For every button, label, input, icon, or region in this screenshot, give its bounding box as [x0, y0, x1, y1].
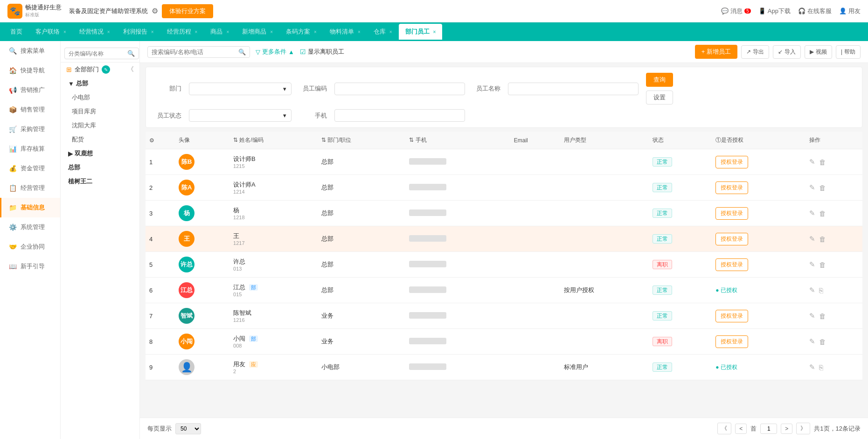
export-button[interactable]: ↗ 导出 [741, 45, 769, 59]
sidebar-item-sales[interactable]: 📦 销售管理 [0, 100, 60, 119]
delete-icon[interactable]: 🗑 [819, 235, 826, 243]
more-filter-button[interactable]: ▽ 更多条件 ▲ [256, 48, 294, 56]
sidebar-item-collab[interactable]: 🤝 企业协同 [0, 237, 60, 257]
dept-search-icon[interactable]: 🔍 [127, 50, 135, 57]
close-icon[interactable]: × [270, 29, 273, 35]
delete-icon[interactable]: 🗑 [819, 312, 826, 320]
tab-bom[interactable]: 物料清单 × [323, 24, 367, 40]
authorize-button[interactable]: 授权登录 [715, 335, 748, 348]
sidebar-item-finance[interactable]: 💰 资金管理 [0, 159, 60, 178]
edit-icon[interactable]: ✎ [809, 260, 815, 269]
close-icon[interactable]: × [433, 29, 436, 35]
close-icon[interactable]: × [107, 29, 110, 35]
th-settings[interactable]: ⚙ [146, 132, 175, 149]
app-download-button[interactable]: 📱 App下载 [758, 7, 791, 15]
phone-field[interactable] [340, 112, 460, 119]
authorize-button[interactable]: 授权登录 [715, 233, 748, 245]
th-dept[interactable]: ⇅ 部门/职位 [318, 132, 406, 149]
delete-icon[interactable]: 🗑 [819, 184, 826, 192]
dept-collapse-button[interactable]: 《 [127, 65, 134, 74]
dept-search-input[interactable] [69, 50, 125, 57]
sidebar-item-system[interactable]: ⚙️ 系统管理 [0, 217, 60, 237]
tab-operation[interactable]: 经营情况 × [73, 24, 117, 40]
sidebar-item-guide[interactable]: 📖 新手引导 [0, 257, 60, 276]
import-button[interactable]: ↙ 导入 [773, 45, 801, 59]
emp-code-input[interactable] [334, 83, 465, 95]
sidebar-item-inventory[interactable]: 📊 库存核算 [0, 139, 60, 159]
authorize-button[interactable]: 授权登录 [715, 156, 748, 168]
edit-icon[interactable]: ✎ [809, 286, 815, 294]
sidebar-item-search[interactable]: 🔍 搜索菜单 [0, 41, 60, 61]
copy-icon[interactable]: ⎘ [819, 363, 823, 371]
close-icon[interactable]: × [389, 29, 392, 35]
sidebar-item-opmanage[interactable]: 📋 经营管理 [0, 178, 60, 198]
tab-warehouse[interactable]: 仓库 × [367, 24, 399, 40]
edit-icon[interactable]: ✎ [809, 183, 815, 192]
tab-customers[interactable]: 客户联络 × [29, 24, 73, 40]
online-service-button[interactable]: 🎧 在线客服 [798, 7, 832, 15]
close-icon[interactable]: × [63, 29, 66, 35]
dept-filter-select[interactable]: ▾ [189, 83, 292, 95]
first-page-button[interactable]: 《 [717, 423, 731, 434]
copy-icon[interactable]: ⎘ [819, 286, 823, 294]
tab-goods[interactable]: 商品 × [204, 24, 236, 40]
edit-icon[interactable]: ✎ [809, 235, 815, 243]
prev-page-button[interactable]: < [735, 424, 747, 434]
dept-tree-item-shuangluxiang[interactable]: ▶ 双鹿想 [61, 146, 139, 160]
emp-code-field[interactable] [340, 85, 460, 92]
tab-barcode[interactable]: 条码方案 × [279, 24, 323, 40]
set-button[interactable]: 设置 [646, 91, 673, 105]
gear-icon[interactable]: ⚙ [152, 7, 158, 15]
edit-icon[interactable]: ✎ [809, 158, 815, 166]
tab-profit[interactable]: 利润报告 × [117, 24, 160, 40]
user-avatar[interactable]: 👤 用友 [839, 7, 861, 15]
view-button[interactable]: ▶ 视频 [805, 45, 832, 59]
close-icon[interactable]: × [314, 29, 317, 35]
close-icon[interactable]: × [358, 29, 361, 35]
tab-new-goods[interactable]: 新增商品 × [236, 24, 279, 40]
phone-input[interactable] [334, 109, 465, 122]
edit-icon[interactable]: ✎ [809, 312, 815, 320]
close-icon[interactable]: × [151, 29, 154, 35]
dept-tree-item-zhishu[interactable]: 植树王二 [61, 174, 139, 188]
authorize-button[interactable]: 授权登录 [715, 181, 748, 194]
search-input[interactable] [152, 49, 236, 56]
trial-button[interactable]: 体验行业方案 [162, 4, 213, 18]
delete-icon[interactable]: 🗑 [819, 158, 826, 166]
sidebar-item-quicknav[interactable]: 🏠 快捷导航 [0, 61, 60, 80]
sidebar-item-marketing[interactable]: 📢 营销推广 [0, 80, 60, 100]
dept-tree-item-shenyang[interactable]: 沈阳大库 [61, 118, 139, 132]
add-employee-button[interactable]: + 新增员工 [695, 45, 737, 59]
delete-icon[interactable]: 🗑 [819, 261, 826, 269]
search-submit-icon[interactable]: 🔍 [238, 49, 246, 56]
emp-status-select[interactable]: ▾ [189, 109, 292, 122]
dept-tree-item-zongbu[interactable]: 总部 [61, 160, 139, 174]
dept-edit-icon[interactable]: ✎ [102, 65, 110, 74]
tab-home[interactable]: 首页 [4, 24, 29, 40]
last-page-button[interactable]: 》 [796, 423, 810, 434]
page-size-select[interactable]: 50 100 200 [175, 423, 201, 434]
help-button[interactable]: | 帮助 [836, 45, 861, 59]
dept-tree-item-root[interactable]: ▼ 总部 [61, 77, 139, 91]
messages-button[interactable]: 💬 消息 5 [721, 7, 751, 15]
authorize-button[interactable]: 授权登录 [715, 258, 748, 271]
dept-tree-item-xiangmu[interactable]: 项目库房 [61, 105, 139, 118]
query-button[interactable]: 查询 [646, 73, 673, 87]
emp-name-input[interactable] [508, 83, 639, 95]
page-number-input[interactable] [760, 424, 777, 434]
th-phone[interactable]: ⇅ 手机 [405, 132, 510, 149]
close-icon[interactable]: × [226, 29, 229, 35]
authorize-button[interactable]: 授权登录 [715, 310, 748, 322]
close-icon[interactable]: × [195, 29, 198, 35]
tab-employees[interactable]: 部门员工 × [399, 24, 443, 40]
next-page-button[interactable]: > [781, 424, 792, 434]
th-name[interactable]: ⇅ 姓名/编码 [229, 132, 318, 149]
dept-tree-item-xiaodian[interactable]: 小电部 [61, 91, 139, 105]
show-resigned-toggle[interactable]: ☑ 显示离职员工 [300, 48, 344, 56]
edit-icon[interactable]: ✎ [809, 363, 815, 371]
delete-icon[interactable]: 🗑 [819, 338, 826, 346]
edit-icon[interactable]: ✎ [809, 337, 815, 346]
sidebar-item-basic[interactable]: 📁 基础信息 [0, 198, 60, 217]
dept-tree-item-peihuo[interactable]: 配货 [61, 132, 139, 146]
tab-history[interactable]: 经营历程 × [160, 24, 204, 40]
